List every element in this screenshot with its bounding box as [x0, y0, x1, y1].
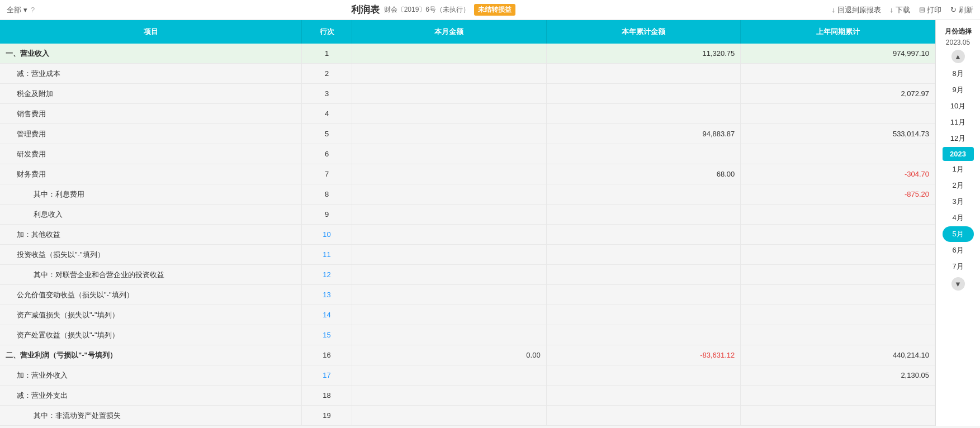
cell-row-number[interactable]: 11: [302, 245, 352, 264]
cell-row-number: 4: [302, 104, 352, 123]
cell-item: 减：营业外支出: [0, 386, 302, 405]
cell-ytd-amount: [547, 144, 741, 164]
cell-ytd-amount: [547, 84, 741, 103]
cell-item: 加：营业外收入: [0, 365, 302, 385]
sidebar-month-item[interactable]: 3月: [943, 194, 974, 210]
cell-month-amount: [352, 245, 547, 264]
cell-ytd-amount: [547, 265, 741, 284]
cell-prev-year-amount: [741, 285, 935, 305]
cell-prev-year-amount: [741, 386, 935, 405]
cell-prev-year-amount: [741, 305, 935, 325]
cell-prev-year-amount: [741, 265, 935, 284]
table-area[interactable]: 项目 行次 本月金额 本年累计金额 上年同期累计 一、营业收入111,320.7…: [0, 20, 935, 426]
cell-prev-year-amount: -875.20: [741, 184, 935, 204]
cell-row-number[interactable]: 14: [302, 305, 352, 325]
cell-item: 公允价值变动收益（损失以"-"填列）: [0, 285, 302, 305]
table-row: 管理费用594,883.87533,014.73: [0, 124, 935, 144]
cell-month-amount: [352, 84, 547, 103]
table-row: 减：营业成本2: [0, 64, 935, 84]
cell-prev-year-amount: [741, 144, 935, 164]
page-title: 利润表: [351, 3, 380, 16]
cell-prev-year-amount: [741, 225, 935, 244]
cell-row-number: 6: [302, 144, 352, 164]
sidebar-month-item[interactable]: 8月: [943, 66, 974, 82]
table-row: 二、营业利润（亏损以"-"号填列）160.00-83,631.12440,214…: [0, 345, 935, 365]
cell-row-number[interactable]: 12: [302, 265, 352, 284]
cell-month-amount: [352, 325, 547, 345]
cell-item: 资产处置收益（损失以"-"填列）: [0, 325, 302, 345]
cell-ytd-amount: [547, 386, 741, 405]
table-row: 资产处置收益（损失以"-"填列）15: [0, 325, 935, 345]
cell-row-number[interactable]: 15: [302, 325, 352, 345]
cell-row-number[interactable]: 17: [302, 365, 352, 385]
cell-row-number: 18: [302, 386, 352, 405]
cell-ytd-amount: [547, 245, 741, 264]
sidebar-month-item[interactable]: 6月: [943, 242, 974, 258]
cell-month-amount: [352, 44, 547, 63]
col-header-row: 行次: [302, 20, 352, 44]
table-row: 加：其他收益10: [0, 225, 935, 245]
table-row: 投资收益（损失以"-"填列）11: [0, 245, 935, 265]
cell-ytd-amount: 94,883.87: [547, 124, 741, 144]
cell-prev-year-amount: [741, 104, 935, 123]
sidebar-month-item[interactable]: 9月: [943, 82, 974, 98]
sidebar-month-item[interactable]: 4月: [943, 210, 974, 226]
cell-item: 其中：非流动资产处置损失: [0, 406, 302, 425]
table-row: 减：营业外支出18: [0, 386, 935, 406]
dropdown-arrow-icon: ▾: [23, 6, 27, 14]
cell-prev-year-amount: [741, 406, 935, 425]
cell-row-number: 2: [302, 64, 352, 83]
sidebar-month-item[interactable]: 12月: [943, 131, 974, 146]
cell-month-amount: [352, 184, 547, 204]
col-header-month: 本月金额: [352, 20, 547, 44]
top-bar-left: 全部 ▾ ?: [7, 5, 35, 15]
cell-ytd-amount: [547, 325, 741, 345]
cell-row-number: 1: [302, 44, 352, 63]
cell-ytd-amount: [547, 225, 741, 244]
cell-row-number[interactable]: 10: [302, 225, 352, 244]
cell-ytd-amount: 68.00: [547, 164, 741, 184]
cell-prev-year-amount: [741, 245, 935, 264]
sidebar-nav-down-button[interactable]: ▼: [951, 277, 965, 291]
print-button[interactable]: ⊟ 打印: [919, 5, 942, 15]
cell-month-amount: [352, 265, 547, 284]
cell-month-amount: [352, 144, 547, 164]
cell-prev-year-amount: 440,214.10: [741, 345, 935, 365]
cell-item: 销售费用: [0, 104, 302, 123]
cell-month-amount: [352, 386, 547, 405]
refresh-button[interactable]: ↻ 刷新: [950, 5, 973, 15]
table-row: 资产减值损失（损失以"-"填列）14: [0, 305, 935, 325]
cell-ytd-amount: [547, 365, 741, 385]
cell-prev-year-amount: 533,014.73: [741, 124, 935, 144]
sidebar-month-item[interactable]: 11月: [943, 115, 974, 130]
table-row: 利息收入9: [0, 205, 935, 225]
cell-prev-year-amount: [741, 325, 935, 345]
cell-item: 财务费用: [0, 164, 302, 184]
cell-prev-year-amount: 2,130.05: [741, 365, 935, 385]
sidebar-nav-up-button[interactable]: ▲: [951, 50, 965, 63]
cell-ytd-amount: -83,631.12: [547, 345, 741, 365]
cell-row-number[interactable]: 13: [302, 285, 352, 305]
sidebar-month-item[interactable]: 10月: [943, 98, 974, 114]
table-row: 其中：利息费用8-875.20: [0, 184, 935, 205]
cell-prev-year-amount: 974,997.10: [741, 44, 935, 63]
sidebar-month-item[interactable]: 7月: [943, 259, 974, 274]
table-row: 公允价值变动收益（损失以"-"填列）13: [0, 285, 935, 305]
sidebar-month-item[interactable]: 2月: [943, 178, 974, 193]
sidebar-month-item[interactable]: 2023: [943, 147, 974, 161]
download-button[interactable]: ↓ 下载: [890, 5, 910, 15]
cell-item: 加：其他收益: [0, 225, 302, 244]
cell-item: 二、营业利润（亏损以"-"号填列）: [0, 345, 302, 365]
cell-item: 税金及附加: [0, 84, 302, 103]
sidebar-month-item[interactable]: 1月: [943, 161, 974, 177]
sidebar-month-item[interactable]: 5月: [943, 226, 974, 242]
table-row: 一、营业收入111,320.75974,997.10: [0, 44, 935, 64]
cell-row-number: 16: [302, 345, 352, 365]
cell-item: 资产减值损失（损失以"-"填列）: [0, 305, 302, 325]
category-dropdown[interactable]: 全部 ▾: [7, 5, 27, 15]
cell-month-amount: [352, 285, 547, 305]
back-button[interactable]: ↓ 回退到原报表: [831, 5, 880, 15]
table-row: 研发费用6: [0, 144, 935, 164]
col-header-prev: 上年同期累计: [741, 20, 935, 44]
cell-month-amount: [352, 104, 547, 123]
